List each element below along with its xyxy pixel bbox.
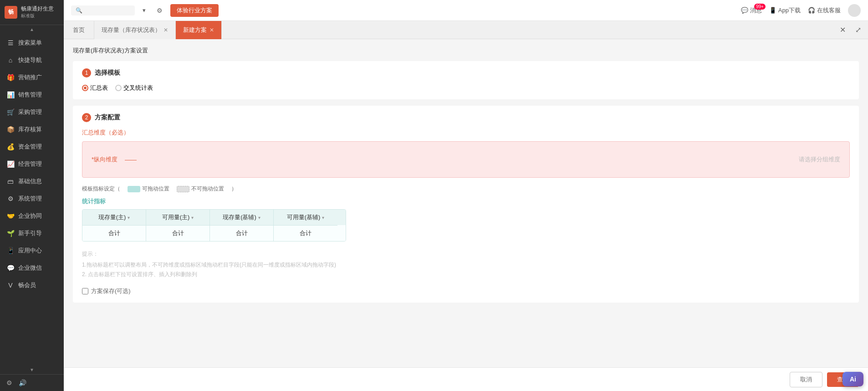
sidebar-item-label: 库存核算 — [18, 125, 42, 134]
main-area: 🔍 ▾ ⚙ 体验行业方案 💬 消息 99+ 📱 App下载 🎧 在线客服 — [64, 0, 868, 391]
sidebar-item-collab[interactable]: 🤝 企业协同 — [0, 207, 64, 225]
indicator-cell-1: 合计 — [146, 225, 210, 241]
sidebar-item-inventory[interactable]: 📦 库存核算 — [0, 121, 64, 138]
tab-new-scheme-close[interactable]: ✕ — [209, 27, 214, 33]
indicator-legend: 模板指标设定（ 可拖动位置 不可拖动位置 ） — [82, 185, 850, 193]
money-icon: 💰 — [6, 143, 15, 150]
indicator-header-row: 现存量(主) ▾ 可用量(主) ▾ 现存量(基辅) ▾ — [82, 210, 346, 225]
sidebar-item-label: 采购管理 — [18, 108, 42, 116]
indicator-config: 模板指标设定（ 可拖动位置 不可拖动位置 ） 统计指标 — [82, 185, 850, 280]
step2-section: 2 方案配置 汇总维度（必选） *纵向维度 —— 请选择分组维度 模板指标设定（ — [73, 106, 859, 303]
sidebar-item-quick-nav[interactable]: ⌂ 快捷导航 — [0, 51, 64, 69]
non-draggable-box — [177, 186, 189, 192]
online-service-btn[interactable]: 🎧 在线客服 — [808, 6, 841, 15]
tab-inventory-close[interactable]: ✕ — [163, 27, 168, 33]
sidebar-item-label: 应用中心 — [18, 247, 42, 255]
topbar-right: 💬 消息 99+ 📱 App下载 🎧 在线客服 — [741, 4, 861, 17]
radio-summary-table[interactable]: 汇总表 — [82, 84, 108, 92]
sidebar-item-purchase[interactable]: 🛒 采购管理 — [0, 103, 64, 121]
dimension-box[interactable]: *纵向维度 —— 请选择分组维度 — [82, 141, 850, 178]
col-chevron-1: ▾ — [191, 215, 194, 220]
radio-cross-label: 交叉统计表 — [123, 84, 153, 92]
sidebar-item-sales[interactable]: 📊 销售管理 — [0, 86, 64, 103]
col-label-1: 可用量(主) — [162, 213, 190, 221]
tab-new-scheme[interactable]: 新建方案 ✕ — [176, 21, 222, 39]
sidebar-item-basic-info[interactable]: 🗃 基础信息 — [0, 173, 64, 190]
sidebar-item-wechat[interactable]: 💬 企业微信 — [0, 259, 64, 277]
col-chevron-0: ▾ — [128, 215, 130, 220]
tips-title: 提示： — [82, 249, 850, 259]
app-icon: 📱 — [769, 7, 776, 14]
close-panel-btn[interactable]: ✕ — [836, 24, 849, 36]
sidebar-item-label: 销售管理 — [18, 91, 42, 99]
volume-icon[interactable]: 🔊 — [19, 379, 26, 386]
sidebar-bottom: ⚙ 🔊 — [0, 374, 64, 391]
sidebar-logo: 畅 畅康通好生意 标准版 — [0, 0, 64, 25]
sidebar-item-label: 企业协同 — [18, 212, 42, 220]
sidebar-item-label: 企业微信 — [18, 264, 42, 272]
step2-title: 方案配置 — [95, 113, 120, 122]
home-tab-label: 首页 — [73, 26, 85, 34]
expand-panel-btn[interactable]: ⤢ — [852, 24, 864, 36]
cell-summary-3: 合计 — [300, 229, 311, 237]
sidebar-item-marketing[interactable]: 🎁 营销推广 — [0, 69, 64, 86]
indicator-col-2[interactable]: 现存量(基辅) ▾ — [210, 210, 274, 225]
sidebar-item-label: 资金管理 — [18, 143, 42, 151]
tips-box: 提示： 1.拖动标题栏可以调整布局，不可跨维度或指标区域拖动栏目字段(只能在同一… — [82, 249, 850, 280]
sidebar-item-membership[interactable]: V 畅会员 — [0, 277, 64, 294]
tab-home[interactable]: 首页 — [64, 21, 94, 39]
app-download-btn[interactable]: 📱 App下载 — [769, 6, 801, 15]
search-box[interactable]: 🔍 — [71, 5, 135, 15]
message-badge: 99+ — [754, 4, 766, 10]
dimension-required-label: 汇总维度（必选） — [82, 129, 850, 137]
draggable-label: 可拖动位置 — [142, 185, 169, 193]
try-industry-btn[interactable]: 体验行业方案 — [170, 4, 219, 17]
sidebar-item-app-center[interactable]: 📱 应用中心 — [0, 242, 64, 259]
step2-header: 2 方案配置 — [82, 113, 850, 122]
home-icon: ⌂ — [6, 57, 15, 64]
save-checkbox[interactable] — [82, 288, 88, 294]
legend-draggable: 可拖动位置 — [128, 185, 169, 193]
bottom-bar: 取消 查询 — [64, 367, 868, 391]
col-label-3: 可用量(基辅) — [287, 213, 321, 221]
tab-inventory-label: 现存量（库存状况表） — [102, 26, 161, 34]
indicator-col-0[interactable]: 现存量(主) ▾ — [82, 210, 146, 225]
search-dropdown-btn[interactable]: ▾ — [139, 6, 148, 15]
cancel-button[interactable]: 取消 — [790, 372, 822, 387]
sidebar-item-finance[interactable]: 💰 资金管理 — [0, 138, 64, 155]
chat-icon: 💬 — [6, 264, 15, 272]
sidebar-item-system[interactable]: ⚙ 系统管理 — [0, 190, 64, 207]
message-btn[interactable]: 💬 消息 99+ — [741, 6, 762, 15]
app-name: 畅康通好生意 — [21, 5, 54, 13]
ai-float-btn[interactable]: Ai — [842, 372, 863, 386]
col-chevron-3: ▾ — [322, 215, 324, 220]
indicator-col-1[interactable]: 可用量(主) ▾ — [146, 210, 210, 225]
settings-gear-icon[interactable]: ⚙ — [153, 4, 166, 17]
sidebar-item-label: 畅会员 — [18, 281, 36, 289]
tip-item-2: 2. 点击标题栏下拉可设置排序、插入列和删除列 — [82, 270, 850, 280]
headset-icon: 🎧 — [808, 7, 815, 14]
sidebar-scroll-down[interactable]: ▼ — [0, 365, 64, 374]
seedling-icon: 🌱 — [6, 230, 15, 237]
non-draggable-label: 不可拖动位置 — [191, 185, 224, 193]
settings-bottom-icon[interactable]: ⚙ — [6, 379, 12, 386]
app-download-label: App下载 — [778, 6, 801, 15]
vertical-dimension-label: *纵向维度 — [92, 155, 117, 164]
sidebar-scroll-up[interactable]: ▲ — [0, 25, 64, 34]
sidebar-item-search[interactable]: ☰ 搜索菜单 — [0, 34, 64, 51]
chart-icon: 📊 — [6, 91, 15, 98]
cart-icon: 🛒 — [6, 108, 15, 116]
database-icon: 🗃 — [6, 178, 15, 185]
radio-cross-table[interactable]: 交叉统计表 — [115, 84, 153, 92]
template-radio-group: 汇总表 交叉统计表 — [82, 84, 850, 92]
sidebar-item-label: 营销推广 — [18, 73, 42, 82]
cell-summary-1: 合计 — [172, 229, 184, 237]
message-icon: 💬 — [741, 7, 748, 14]
sidebar-item-newuser[interactable]: 🌱 新手引导 — [0, 225, 64, 242]
sidebar-item-operations[interactable]: 📈 经营管理 — [0, 155, 64, 173]
step1-section: 1 选择模板 汇总表 交叉统计表 — [73, 61, 859, 99]
sidebar: 畅 畅康通好生意 标准版 ▲ ☰ 搜索菜单 ⌂ 快捷导航 🎁 营销推广 📊 销售… — [0, 0, 64, 391]
user-avatar[interactable] — [848, 4, 861, 17]
indicator-col-3[interactable]: 可用量(基辅) ▾ — [274, 210, 337, 225]
tab-inventory[interactable]: 现存量（库存状况表） ✕ — [94, 21, 176, 39]
